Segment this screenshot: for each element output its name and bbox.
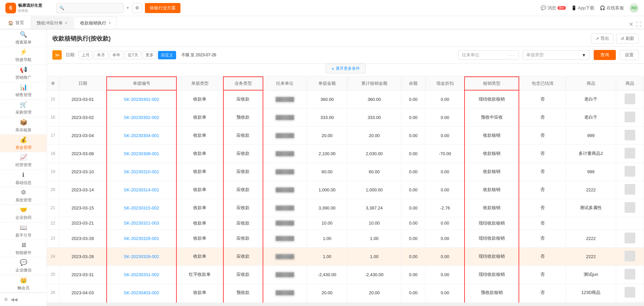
- tab-close-yushou[interactable]: ✕: [65, 21, 67, 25]
- row-partner: ██████: [263, 90, 307, 108]
- row-biz-type: 应收款: [223, 90, 263, 108]
- logo-icon: 6: [5, 3, 16, 13]
- message-area[interactable]: 💬 消息 99+: [541, 5, 566, 11]
- settings-button[interactable]: ⚙: [132, 3, 142, 13]
- sidebar-item-enterprise[interactable]: 🤝 企业协同: [0, 205, 47, 222]
- row-partner: ██████: [263, 229, 307, 247]
- row-goods-img: [616, 90, 644, 108]
- row-discount: 0.00: [425, 90, 465, 108]
- search-icon: 🔍: [20, 31, 27, 38]
- row-biz-type: 应收款: [223, 265, 263, 284]
- scroll-bar[interactable]: [47, 303, 644, 306]
- tab-shoukuan[interactable]: 收款核销执行 ✕: [74, 17, 117, 29]
- search-input[interactable]: 🔍: [56, 3, 123, 13]
- sidebar-item-search[interactable]: 🔍 搜索菜单: [0, 29, 47, 47]
- tab-bar: 🏠 首页 预收冲应付单 ✕ 收款核销执行 ✕ ✕ ⛶: [0, 16, 644, 29]
- row-doc-type: 收款单: [176, 181, 223, 199]
- query-button[interactable]: 查询: [594, 50, 616, 60]
- filter-settings-button[interactable]: 设置: [620, 50, 639, 60]
- row-included: 否: [519, 144, 566, 163]
- table-row: 23 2023-03-28 SK-20230328-001 收款单 应收款 ██…: [47, 229, 644, 247]
- row-goods: 2222: [566, 229, 616, 247]
- more-date-button[interactable]: 更多: [143, 51, 157, 59]
- table-row: 25 2023-03-31 SK-20230331-002 红字收款单 应收款 …: [47, 265, 644, 284]
- last-month-button[interactable]: 上月: [78, 51, 93, 59]
- row-cancel-type: 现结收款核销: [465, 90, 519, 108]
- row-biz-type: 应收款: [223, 217, 263, 229]
- sidebar-item-vip[interactable]: 👑 畅会员: [0, 275, 47, 293]
- filter-toggle-button[interactable]: ≫: [52, 50, 62, 60]
- refresh-button[interactable]: ↺ 刷新: [616, 34, 639, 44]
- row-biz-type: 应收款: [223, 144, 263, 163]
- this-year-button[interactable]: 本年: [109, 51, 123, 59]
- row-amount: 20.00: [307, 126, 347, 144]
- row-goods: 老白干: [566, 90, 616, 108]
- last-7-days-button[interactable]: 近7天: [125, 51, 141, 59]
- sidebar-item-finance[interactable]: 💰 资金管理: [0, 135, 47, 152]
- row-partner: ██████: [263, 199, 307, 217]
- sidebar-settings-icon[interactable]: ⚙: [4, 297, 8, 302]
- sidebar-item-operation[interactable]: 📈 经营管理: [0, 152, 47, 170]
- dropdown-arrow-icon[interactable]: ▼: [126, 6, 129, 10]
- row-date: 2023-03-28: [59, 247, 107, 265]
- row-goods-img: [616, 284, 644, 302]
- weixin-icon: 💬: [20, 259, 27, 266]
- th-settings[interactable]: ⚙: [47, 77, 59, 90]
- sidebar-item-purchase[interactable]: 🛒 采购管理: [0, 100, 47, 117]
- expand-more-button[interactable]: ∨ 展开更多条件: [326, 64, 366, 73]
- this-month-button[interactable]: 本月: [94, 51, 108, 59]
- sidebar-item-inventory[interactable]: 📦 库存核算: [0, 117, 47, 135]
- tab-home[interactable]: 🏠 首页: [3, 17, 30, 29]
- custom-date-button[interactable]: 自定义: [158, 51, 176, 59]
- row-cum-amount: 10.00: [347, 217, 401, 229]
- doc-type-filter[interactable]: 单据类型 ▼: [523, 50, 590, 60]
- row-balance: 0.00: [401, 247, 425, 265]
- row-cancel-type: 收款核销: [465, 163, 519, 181]
- sidebar-collapse-icon[interactable]: ◀◀: [11, 297, 17, 302]
- row-goods-img: [616, 108, 644, 126]
- tab-close-window-icon[interactable]: ✕: [629, 21, 633, 27]
- tab-expand-icon[interactable]: ⛶: [636, 21, 641, 27]
- row-discount: 0.00: [425, 229, 465, 247]
- row-doc-no: SK-20230328-002: [107, 247, 176, 265]
- row-cum-amount: 20.00: [347, 126, 401, 144]
- row-partner: ██████: [263, 265, 307, 284]
- row-date: 2023-03-10: [59, 163, 107, 181]
- tab-close-shoukuan[interactable]: ✕: [108, 21, 111, 25]
- row-amount: 3,390.00: [307, 199, 347, 217]
- partner-filter[interactable]: 往来单位 ···: [458, 50, 519, 60]
- sidebar-item-sales[interactable]: 📊 销售管理: [0, 82, 47, 100]
- sidebar-item-shortcuts[interactable]: ⚡ 快捷导航: [0, 47, 47, 64]
- tab-yushou[interactable]: 预收冲应付单 ✕: [31, 17, 73, 29]
- row-partner: ██████: [263, 217, 307, 229]
- table-row: 20 2023-03-14 SK-20230314-001 收款单 应收款 ██…: [47, 181, 644, 199]
- hardware-icon: 🖥: [20, 242, 26, 249]
- row-num: 20: [47, 181, 59, 199]
- online-service[interactable]: 🎧 在线客服: [600, 5, 624, 11]
- table-row: 24 2023-03-28 SK-20230328-002 收款单 应收款 ██…: [47, 247, 644, 265]
- sidebar-item-system[interactable]: ⚙ 系统管理: [0, 187, 47, 205]
- row-doc-type: 收款单: [176, 199, 223, 217]
- row-amount: -2,430.00: [307, 265, 347, 284]
- guide-icon: 📖: [20, 224, 27, 231]
- date-range-display: 不限 至 2023-07-26: [181, 52, 216, 58]
- row-num: 17: [47, 126, 59, 144]
- row-date: 2023-03-31: [59, 265, 107, 284]
- user-avatar[interactable]: Rit: [629, 3, 639, 13]
- th-biz-type: 业务类型: [223, 77, 263, 90]
- row-doc-no: SK-20230321-003: [107, 217, 176, 229]
- trial-button[interactable]: 体验行业方案: [145, 3, 180, 13]
- th-cum-amount: 累计核销金额: [347, 77, 401, 90]
- sidebar-item-hardware[interactable]: 🖥 智能硬件: [0, 240, 47, 257]
- th-cancel-type: 核销类型: [465, 77, 519, 90]
- sidebar-item-guide[interactable]: 📖 新手引导: [0, 223, 47, 240]
- sidebar-item-marketing[interactable]: 📢 营销推广: [0, 65, 47, 82]
- row-doc-no: SK-20230310-001: [107, 163, 176, 181]
- row-cum-amount: 1.00: [347, 247, 401, 265]
- app-download[interactable]: 📱 App下载: [571, 5, 594, 11]
- table-row: 17 2023-03-04 SK-20230304-001 收款单 应收款 ██…: [47, 126, 644, 144]
- sidebar-item-basic[interactable]: ℹ 基础信息: [0, 170, 47, 187]
- export-button[interactable]: ↗ 导出: [591, 34, 613, 44]
- row-partner: ██████: [263, 284, 307, 302]
- sidebar-item-weixin[interactable]: 💬 企业微信: [0, 257, 47, 275]
